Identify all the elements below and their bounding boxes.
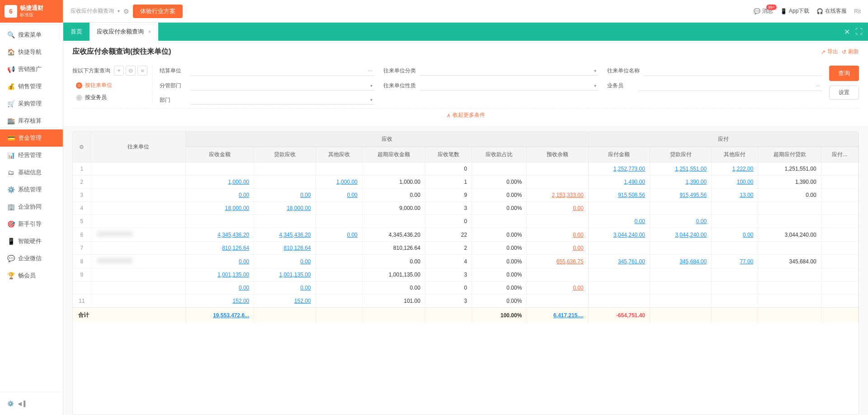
table-row: 500.000.00 — [73, 215, 859, 228]
th-ap-partial: 应付... — [821, 147, 858, 162]
table-row: 418,000.0018,000.009,000.0030.00%0.00 — [73, 202, 859, 215]
dept-select[interactable]: ▾ — [190, 95, 374, 105]
sidebar-item-wechat[interactable]: 💬 企业微信 — [0, 250, 63, 267]
footer-ar-prepay: 6,417,215.... — [527, 308, 588, 323]
topbar-dropdown-btn[interactable]: ▾ — [118, 9, 120, 14]
sidebar-footer-settings[interactable]: ⚙️ ◀▐ — [0, 397, 63, 410]
sidebar-item-smart-hw[interactable]: 📱 智能硬件 — [0, 233, 63, 250]
filter-collapse-btn[interactable]: ∧ 收起更多条件 — [72, 108, 859, 122]
sidebar-item-quick-nav[interactable]: 🏠 快捷导航 — [0, 43, 63, 61]
service-icon: 🎧 — [816, 8, 823, 14]
topbar-gear-icon[interactable]: ⚙ — [123, 8, 129, 15]
collapse-scheme-btn[interactable]: « — [137, 66, 147, 76]
filter-option-by-entity[interactable]: ⊙ 按往来单位 — [72, 80, 147, 91]
cell-no: 5 — [73, 215, 91, 228]
sidebar-item-guide[interactable]: 🎯 新手引导 — [0, 215, 63, 233]
dept-arrow: ▾ — [370, 97, 373, 102]
settlement-input-wrapper: ··· — [190, 66, 374, 76]
add-scheme-btn[interactable]: + — [114, 66, 124, 76]
entity-nature-select[interactable]: ▾ — [420, 81, 598, 91]
online-service-button[interactable]: 🎧 在线客服 — [816, 7, 847, 15]
message-button[interactable]: 💬 消息 99+ — [754, 7, 773, 15]
th-ap-loan: 贷款应付 — [650, 147, 711, 162]
settings-button[interactable]: 设置 — [829, 86, 859, 100]
th-group-ar: 应收 — [185, 132, 588, 147]
table-row: 7810,126.64810,126.64810,126.6420.00%0.0… — [73, 242, 859, 255]
app-download-button[interactable]: 📱 App下载 — [780, 7, 809, 15]
industry-solution-button[interactable]: 体验行业方案 — [133, 5, 183, 18]
cell-no: 2 — [73, 176, 91, 189]
sidebar-item-sales[interactable]: 💰 销售管理 — [0, 78, 63, 95]
tab-ar-ap[interactable]: 应收应付余额查询 × — [90, 23, 158, 41]
export-button[interactable]: ↗ 导出 — [821, 48, 838, 56]
search-icon: 🔍 — [7, 31, 14, 38]
settlement-dots-btn[interactable]: ··· — [366, 67, 374, 74]
dept-charge-arrow: ▾ — [370, 83, 373, 88]
tab-close-all-btn[interactable]: ✕ — [842, 26, 852, 38]
sidebar-item-finance[interactable]: 💳 资金管理 — [0, 129, 63, 147]
th-group-ap: 应付 — [588, 132, 858, 147]
entity-category-select[interactable]: ▾ — [420, 67, 598, 76]
topbar-breadcrumb: 应收应付余额查询 — [71, 7, 114, 15]
cell-no: 6 — [73, 228, 91, 242]
tab-fullscreen-btn[interactable]: ⛶ — [854, 26, 864, 38]
th-ap-other: 其他应付 — [712, 147, 758, 162]
sidebar-item-operation[interactable]: 📊 经营管理 — [0, 147, 63, 164]
query-button[interactable]: 查询 — [829, 66, 859, 81]
sidebar-item-purchase[interactable]: 🛒 采购管理 — [0, 95, 63, 112]
cell-entity — [91, 268, 185, 281]
cell-entity — [91, 176, 185, 189]
salesperson-dots-btn[interactable]: ··· — [814, 82, 822, 89]
tab-home[interactable]: 首页 — [63, 23, 90, 41]
app-download-icon: 📱 — [780, 8, 787, 14]
cell-entity — [91, 295, 185, 308]
entity-name-input[interactable] — [643, 66, 822, 76]
cell-no: 8 — [73, 255, 91, 268]
th-ar-amount: 应收金额 — [185, 147, 254, 162]
filter-option-by-staff[interactable]: ○ 按业务员 — [72, 92, 147, 103]
gear-icon[interactable]: ⚙ — [79, 144, 84, 150]
th-ap-overdue: 超期应付贷款 — [758, 147, 821, 162]
salesperson-input-wrapper: ··· — [638, 81, 822, 91]
table-wrapper[interactable]: ⚙ 往来单位 应收 应付 应收金额 贷款应收 — [72, 131, 859, 415]
user-name[interactable]: Rit — [854, 8, 861, 14]
main-content: 应收应付余额查询 ▾ ⚙ 体验行业方案 💬 消息 99+ 📱 App下载 🎧 在… — [63, 0, 868, 415]
sidebar-item-enterprise[interactable]: 🏢 企业协同 — [0, 198, 63, 215]
chevron-up-icon: ∧ — [447, 112, 451, 119]
cell-entity — [91, 228, 185, 242]
message-badge: 99+ — [766, 5, 777, 10]
filter-field-entity-category: 往来单位分类 ▾ — [383, 67, 598, 76]
edit-scheme-btn[interactable]: ⊙ — [126, 66, 136, 76]
base-info-icon: 🗂 — [7, 169, 14, 176]
sidebar-item-member[interactable]: 🏆 畅会员 — [0, 267, 63, 284]
system-icon: ⚙️ — [7, 186, 14, 193]
tab-close-btn[interactable]: × — [148, 29, 151, 34]
sidebar-item-system[interactable]: ⚙️ 系统管理 — [0, 181, 63, 198]
dept-charge-select[interactable]: ▾ — [190, 81, 374, 91]
filter-field-entity-nature: 往来单位性质 ▾ — [383, 81, 598, 91]
filter-scheme-label: 按以下方案查询 — [72, 67, 110, 75]
cell-entity — [91, 242, 185, 255]
enterprise-icon: 🏢 — [7, 203, 14, 210]
option-dot-entity: ⊙ — [76, 82, 82, 89]
th-gear[interactable]: ⚙ — [73, 132, 91, 162]
refresh-button[interactable]: ↺ 刷新 — [842, 48, 859, 56]
message-icon: 💬 — [754, 8, 760, 14]
topbar: 应收应付余额查询 ▾ ⚙ 体验行业方案 💬 消息 99+ 📱 App下载 🎧 在… — [63, 0, 868, 23]
sidebar-item-marketing[interactable]: 📢 营销推广 — [0, 61, 63, 78]
sidebar-collapse-btn[interactable]: ◀▐ — [18, 401, 26, 407]
export-icon: ↗ — [821, 49, 826, 55]
footer-ar-amount: 19,553,472,6... — [185, 308, 254, 323]
cell-no: 7 — [73, 242, 91, 255]
settlement-unit-input[interactable] — [190, 66, 366, 76]
page: 应收应付余额查询(按往来单位) ↗ 导出 ↺ 刷新 — [63, 41, 868, 415]
tabbar-controls: ✕ ⛶ — [842, 26, 868, 38]
data-table: ⚙ 往来单位 应收 应付 应收金额 贷款应收 — [73, 132, 859, 323]
salesperson-input[interactable] — [638, 81, 814, 91]
sidebar-item-base-info[interactable]: 🗂 基础信息 — [0, 164, 63, 181]
sidebar-item-inventory[interactable]: 🏬 库存核算 — [0, 112, 63, 129]
sidebar-item-search[interactable]: 🔍 搜索菜单 — [0, 26, 63, 43]
footer-ar-pct: 100.00% — [472, 308, 527, 323]
table-row: 64,345,436.204,345,436.200.004,345,436.2… — [73, 228, 859, 242]
operation-icon: 📊 — [7, 152, 14, 159]
